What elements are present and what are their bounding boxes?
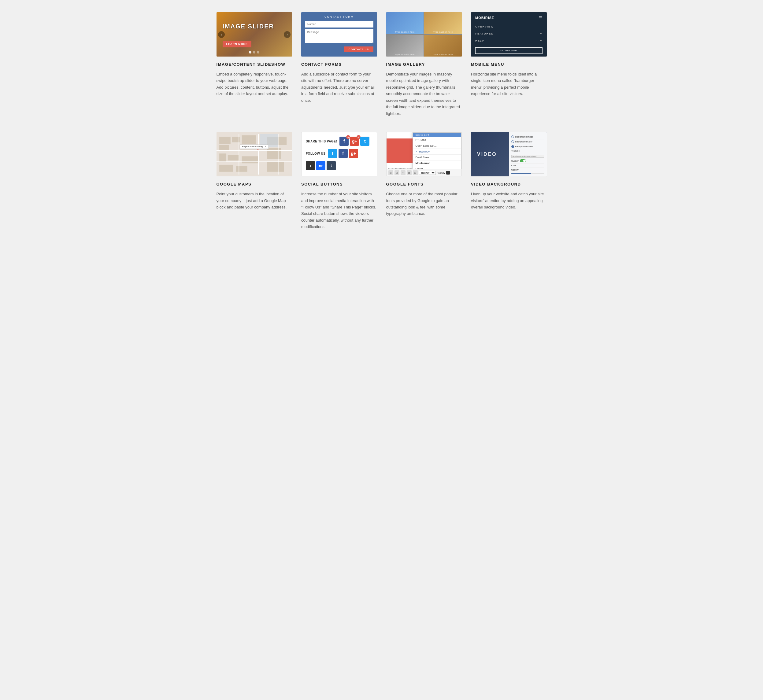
gallery-preview: Type caption here Type caption here Type…	[386, 12, 462, 56]
twitter-share-btn[interactable]: t	[360, 137, 370, 146]
video-panel-bg-color[interactable]: Background Color	[511, 139, 544, 144]
gallery-caption-1: Type caption here	[395, 31, 415, 33]
gplus-follow-btn[interactable]: g+	[349, 149, 358, 158]
extra-social-row: ● Be t	[306, 161, 373, 170]
follow-section: FOLLOW US t f g+	[306, 149, 373, 158]
font-size-value: Raleway	[437, 172, 445, 174]
svg-rect-6	[219, 153, 226, 162]
card-desc-maps: Point your customers in the location of …	[216, 191, 292, 210]
bg-image-label: Background Image	[515, 136, 533, 138]
contact-name-input[interactable]	[305, 21, 373, 28]
share-btns: f 192 g+ 47 t	[340, 137, 370, 146]
svg-rect-3	[241, 135, 255, 144]
gallery-cell-2[interactable]: Type caption here	[424, 12, 462, 34]
slider-dot-3[interactable]	[257, 51, 259, 53]
svg-rect-10	[219, 165, 233, 172]
svg-rect-7	[227, 155, 239, 161]
overlay-label: Overlay	[511, 160, 519, 162]
color-label: Color	[511, 164, 517, 167]
card-social-buttons: SHARE THIS PAGE! f 192 g+ 47 t	[301, 132, 377, 230]
font-selector[interactable]: Raleway	[419, 171, 436, 175]
gallery-cell-3[interactable]: Type caption here	[386, 35, 424, 56]
googleplus-share-btn[interactable]: g+ 47	[350, 137, 359, 146]
gallery-caption-2: Type caption here	[433, 31, 453, 33]
mm-download-btn[interactable]: DOWNLOAD	[475, 47, 542, 54]
youtube-url-input[interactable]	[511, 155, 544, 158]
opacity-label: Opacity	[511, 169, 519, 171]
card-desc-social: Increase the number of your site visitor…	[301, 191, 377, 230]
svg-rect-12	[267, 162, 284, 172]
follow-label: FOLLOW US	[306, 152, 326, 155]
share-section: SHARE THIS PAGE! f 192 g+ 47 t	[306, 137, 373, 146]
video-panel-color[interactable]: Color	[511, 164, 544, 168]
social-preview: SHARE THIS PAGE! f 192 g+ 47 t	[301, 132, 377, 177]
gallery-caption-3: Type caption here	[395, 53, 415, 56]
twitter-follow-btn[interactable]: t	[328, 149, 337, 158]
card-desc-video: Liven up your website and catch your sit…	[471, 191, 547, 210]
video-panel-bg-video[interactable]: Background Video	[511, 144, 544, 149]
slider-heading: IMAGE SLIDER	[222, 23, 274, 30]
card-title-fonts: GOOGLE FONTS	[386, 182, 462, 186]
video-panel-overlay: Overlay	[511, 158, 544, 164]
fonts-tool-5[interactable]: ⊟	[413, 170, 418, 175]
bg-video-label: Background Video	[515, 145, 533, 148]
tumblr-btn[interactable]: t	[327, 161, 336, 170]
mobile-menu-preview: MOBIRISE ☰ OVERVIEW FEATURES ▼ HELP ▼ DO…	[471, 12, 547, 56]
slider-learn-more[interactable]: LEARN MORE	[222, 41, 252, 47]
svg-rect-8	[267, 148, 281, 159]
mm-hamburger-icon[interactable]: ☰	[539, 15, 542, 20]
map-label: Empire State Building ✕	[240, 145, 268, 149]
font-color-picker[interactable]	[446, 171, 450, 175]
gallery-cell-1[interactable]: Type caption here	[386, 12, 424, 34]
card-contact-forms: CONTACT FORM CONTACT US CONTACT FORMS Ad…	[301, 12, 377, 117]
slider-dots	[249, 51, 259, 53]
gallery-cell-4[interactable]: Type caption here	[424, 35, 462, 56]
card-desc-fonts: Choose one or more of the most popular f…	[386, 191, 462, 217]
card-title-video: VIDEO BACKGROUND	[471, 182, 547, 186]
card-desc-slider: Embed a completely responsive, touch-swi…	[216, 71, 292, 97]
map-label-text: Empire State Building	[242, 145, 263, 148]
mm-item-features[interactable]: FEATURES ▼	[475, 30, 542, 37]
mm-item-help[interactable]: HELP ▼	[475, 37, 542, 44]
facebook-follow-btn[interactable]: f	[338, 149, 348, 158]
bg-color-radio[interactable]	[511, 140, 514, 143]
font-item-droid-sans[interactable]: Droid Sans	[413, 155, 461, 161]
mm-help-arrow: ▼	[540, 39, 542, 42]
facebook-share-btn[interactable]: f 192	[340, 137, 349, 146]
fonts-tool-2[interactable]: ⊡	[395, 170, 400, 175]
map-label-close[interactable]: ✕	[265, 145, 266, 148]
font-item-open-sans[interactable]: Open Sans Cot...	[413, 143, 461, 149]
github-btn[interactable]: ●	[306, 161, 315, 170]
slider-next-arrow[interactable]: ›	[284, 31, 290, 38]
bg-image-radio[interactable]	[511, 135, 514, 138]
slider-dot-1[interactable]	[249, 51, 251, 53]
fonts-tool-3[interactable]: ≡	[401, 170, 406, 175]
overlay-toggle[interactable]	[520, 159, 526, 162]
bg-video-radio[interactable]	[511, 145, 514, 148]
feature-grid-row2: ▼ Empire State Building ✕ GOOGLE MAPS Po…	[216, 132, 547, 230]
font-item-montserrat[interactable]: Montserrat	[413, 161, 461, 166]
slider-prev-arrow[interactable]: ‹	[218, 31, 225, 38]
behance-btn[interactable]: Be	[316, 161, 325, 170]
video-panel-bg-image[interactable]: Background Image	[511, 134, 544, 139]
card-title-slider: IMAGE/CONTENT SLIDESHOW	[216, 62, 292, 67]
card-title-social: SOCIAL BUTTONS	[301, 182, 377, 186]
opacity-slider[interactable]	[511, 173, 544, 174]
contact-message-input[interactable]	[305, 29, 373, 43]
font-item-pt-sans[interactable]: PT Sans	[413, 137, 461, 143]
svg-rect-11	[236, 166, 248, 172]
fonts-tool-1[interactable]: ⊞	[389, 170, 393, 175]
mm-help-label: HELP	[475, 39, 484, 42]
mm-features-label: FEATURES	[475, 32, 493, 35]
video-text: VIDEO	[477, 152, 497, 157]
svg-rect-4	[219, 145, 229, 151]
fonts-tool-4[interactable]: ⊠	[407, 170, 412, 175]
mm-item-overview[interactable]: OVERVIEW	[475, 23, 542, 30]
slider-dot-2[interactable]	[253, 51, 255, 53]
font-item-raleway[interactable]: ✓ Raleway	[413, 149, 461, 155]
card-title-gallery: IMAGE GALLERY	[386, 62, 462, 67]
share-label: SHARE THIS PAGE!	[306, 140, 337, 143]
contact-submit-btn[interactable]: CONTACT US	[344, 47, 373, 52]
card-desc-contact: Add a subscribe or contact form to your …	[301, 71, 377, 104]
youtube-label: YouTube	[511, 149, 544, 153]
